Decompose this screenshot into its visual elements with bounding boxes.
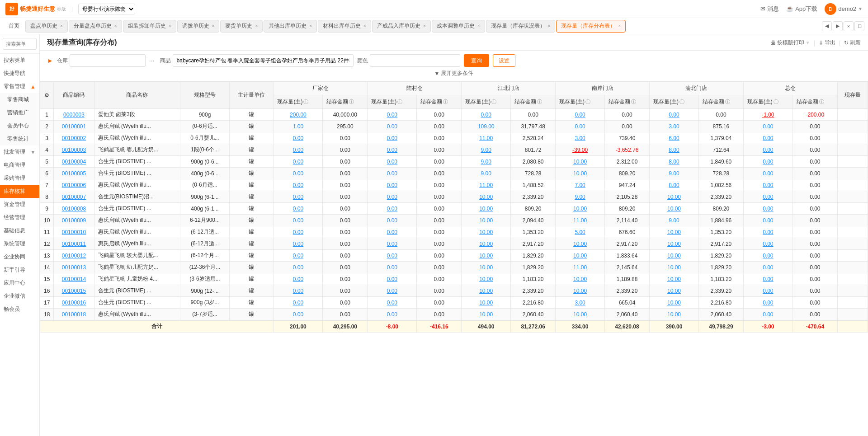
cell-l1[interactable]: 0.00: [368, 179, 417, 191]
cell-code[interactable]: 00100010: [54, 226, 94, 238]
cell-f1[interactable]: 0.00: [274, 226, 323, 238]
cell-code[interactable]: 00100002: [54, 132, 94, 144]
cell-j1[interactable]: 10.00: [462, 285, 511, 297]
sidebar-item-wechat[interactable]: 企业微信: [0, 290, 39, 303]
cell-f1[interactable]: 0.00: [274, 168, 323, 179]
cell-j1[interactable]: 10.00: [462, 238, 511, 250]
close-icon[interactable]: ×: [309, 23, 312, 28]
close-icon[interactable]: ×: [255, 23, 258, 28]
sidebar-item-collab[interactable]: 企业协同: [0, 250, 39, 263]
cell-j1[interactable]: 11.00: [462, 179, 511, 191]
cell-n1[interactable]: 10.00: [556, 168, 605, 179]
cell-code[interactable]: 0000003: [54, 109, 94, 121]
search-btn[interactable]: 查询: [464, 54, 489, 67]
cell-n1[interactable]: 10.00: [556, 203, 605, 215]
cell-y1[interactable]: 10.00: [649, 285, 698, 297]
tab-stock-check[interactable]: 盘点单历史 ×: [25, 20, 68, 33]
cell-j1[interactable]: 10.00: [462, 262, 511, 273]
cell-f1[interactable]: 0.00: [274, 132, 323, 144]
cell-n1[interactable]: 11.00: [556, 262, 605, 273]
sidebar-item-system[interactable]: 系统管理: [0, 237, 39, 250]
tab-partial-check[interactable]: 分量盘点单历史 ×: [69, 20, 122, 33]
tab-stock-status[interactable]: 现存量（库存状况表） ×: [486, 20, 556, 33]
cell-n1[interactable]: 10.00: [556, 285, 605, 297]
cell-j1[interactable]: 10.00: [462, 297, 511, 309]
cell-z1[interactable]: 0.00: [743, 285, 793, 297]
cell-n1[interactable]: 11.00: [556, 215, 605, 226]
cell-code[interactable]: 00100015: [54, 285, 94, 297]
sidebar-item-marketing[interactable]: 营销推广: [0, 106, 39, 119]
sidebar-item-operations[interactable]: 经营管理: [0, 211, 39, 224]
cell-f1[interactable]: 200.00: [274, 109, 323, 121]
sidebar-item-basic-info[interactable]: 基础信息: [0, 224, 39, 237]
cell-z1[interactable]: 0.00: [743, 226, 793, 238]
print-dropdown-icon[interactable]: ▼: [806, 40, 810, 45]
close-icon[interactable]: ×: [169, 23, 171, 28]
cell-z1[interactable]: 0.00: [743, 215, 793, 226]
cell-z1[interactable]: 0.00: [743, 273, 793, 285]
jb-qty-info-icon[interactable]: ⓘ: [491, 98, 496, 105]
cell-j1[interactable]: 10.00: [462, 309, 511, 321]
cell-z1[interactable]: 0.00: [743, 168, 793, 179]
tab-home[interactable]: 首页: [4, 20, 24, 33]
z-qty-info-icon[interactable]: ⓘ: [774, 98, 778, 105]
close-icon[interactable]: ×: [212, 23, 215, 28]
cell-y1[interactable]: 8.00: [649, 156, 698, 168]
cell-code[interactable]: 00100018: [54, 309, 94, 321]
close-icon[interactable]: ×: [477, 23, 480, 28]
cell-z1[interactable]: 0.00: [743, 309, 793, 321]
tab-assembly[interactable]: 组装拆卸单历史 ×: [123, 20, 176, 33]
cell-code[interactable]: 00100011: [54, 238, 94, 250]
cell-j1[interactable]: 11.00: [462, 132, 511, 144]
cell-y1[interactable]: 10.00: [649, 191, 698, 203]
cell-f1[interactable]: 0.00: [274, 203, 323, 215]
sidebar-item-finance[interactable]: 资金管理: [0, 198, 39, 211]
sidebar-item-wholesale[interactable]: 批发管理 ▼: [0, 145, 39, 159]
lu-qty-info-icon[interactable]: ⓘ: [397, 98, 402, 105]
sidebar-item-guide[interactable]: 新手引导: [0, 263, 39, 277]
cell-j1[interactable]: 9.00: [462, 144, 511, 156]
cell-j1[interactable]: 10.00: [462, 215, 511, 226]
cell-j1[interactable]: 9.00: [462, 168, 511, 179]
cell-code[interactable]: 00100009: [54, 215, 94, 226]
tab-cost-adjust[interactable]: 成本调整单历史 ×: [432, 20, 485, 33]
cell-f1[interactable]: 1.00: [274, 121, 323, 132]
sidebar-item-search[interactable]: 搜索英单: [0, 54, 39, 67]
user-profile[interactable]: D demo2 ▼: [825, 3, 863, 15]
tab-material-out[interactable]: 材料出库单历史 ×: [318, 20, 371, 33]
cell-l1[interactable]: 0.00: [368, 273, 417, 285]
cell-l1[interactable]: 0.00: [368, 203, 417, 215]
cell-n1[interactable]: 0.00: [556, 121, 605, 132]
search-input[interactable]: [3, 38, 37, 50]
cell-z1[interactable]: 0.00: [743, 121, 793, 132]
sidebar-item-retail-mall[interactable]: 零售商城: [0, 93, 39, 106]
settings-btn[interactable]: 设置: [493, 54, 515, 67]
cell-code[interactable]: 00100016: [54, 297, 94, 309]
cell-f1[interactable]: 0.00: [274, 191, 323, 203]
cell-f1[interactable]: 0.00: [274, 285, 323, 297]
nav-next-btn[interactable]: ▶: [833, 21, 843, 31]
cell-n1[interactable]: 10.00: [556, 250, 605, 262]
cell-n1[interactable]: 5.00: [556, 226, 605, 238]
cell-z1[interactable]: 0.00: [743, 262, 793, 273]
cell-z1[interactable]: 0.00: [743, 179, 793, 191]
cell-j1[interactable]: 10.00: [462, 273, 511, 285]
cell-y1[interactable]: 10.00: [649, 273, 698, 285]
tab-other-out[interactable]: 其他出库单历史 ×: [264, 20, 317, 33]
cell-j1[interactable]: 9.00: [462, 156, 511, 168]
cell-f1[interactable]: 0.00: [274, 215, 323, 226]
cell-l1[interactable]: 0.00: [368, 132, 417, 144]
close-icon[interactable]: ×: [114, 23, 117, 28]
sidebar-item-chang-member[interactable]: 畅会员: [0, 303, 39, 316]
cell-n1[interactable]: 10.00: [556, 309, 605, 321]
close-icon[interactable]: ×: [363, 23, 366, 28]
na-qty-info-icon[interactable]: ⓘ: [585, 98, 590, 105]
cell-f1[interactable]: 0.00: [274, 144, 323, 156]
cell-z1[interactable]: -1.00: [743, 109, 793, 121]
cell-code[interactable]: 00100014: [54, 273, 94, 285]
cell-y1[interactable]: 10.00: [649, 250, 698, 262]
cell-l1[interactable]: 0.00: [368, 191, 417, 203]
cell-code[interactable]: 00100008: [54, 203, 94, 215]
cell-z1[interactable]: 0.00: [743, 238, 793, 250]
cell-n1[interactable]: 10.00: [556, 238, 605, 250]
